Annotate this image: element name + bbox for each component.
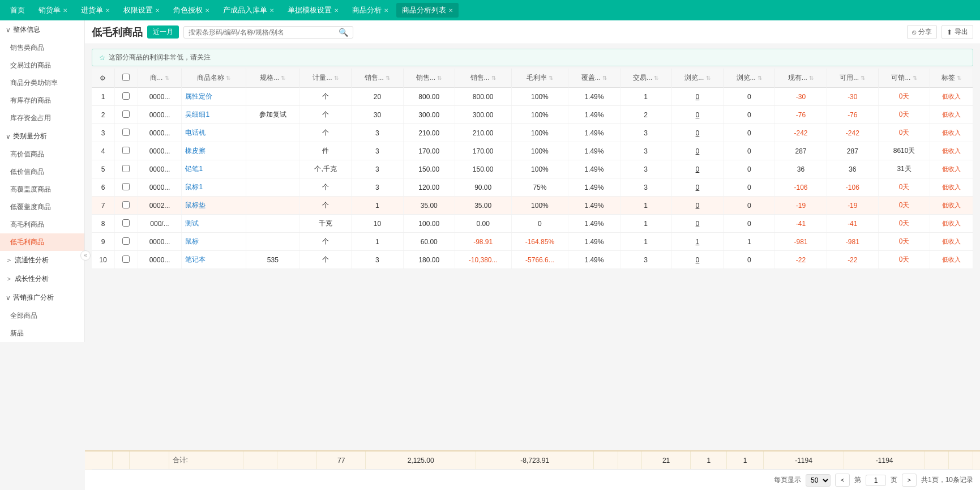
nav-close-product-entry[interactable]: ✕ — [269, 7, 274, 14]
search-icon[interactable]: 🔍 — [339, 28, 348, 37]
nav-close-template[interactable]: ✕ — [334, 7, 339, 14]
row-view1[interactable]: 0 — [671, 160, 723, 178]
row-name[interactable]: 铅笔1 — [182, 160, 246, 178]
row-view1[interactable]: 0 — [671, 142, 723, 160]
sidebar-item-low-value[interactable]: 低价值商品 — [0, 163, 84, 181]
main-layout: ∨ 整体信息 销售类商品 交易过的商品 商品分类助销率 有库存的商品 库存资金占… — [0, 20, 980, 490]
sidebar-group-overview[interactable]: ∨ 整体信息 — [0, 20, 84, 39]
sidebar-item-high-coverage[interactable]: 高覆盖度商品 — [0, 181, 84, 198]
row-name[interactable]: 鼠标1 — [182, 178, 246, 197]
sidebar-group-category[interactable]: ∨ 类别量分析 — [0, 127, 84, 146]
sidebar-item-high-margin[interactable]: 高毛利商品 — [0, 216, 84, 233]
sidebar-item-category-rate[interactable]: 商品分类助销率 — [0, 74, 84, 92]
row-name[interactable]: 吴细细1 — [182, 106, 246, 124]
row-name[interactable]: 属性定价 — [182, 88, 246, 106]
row-select-checkbox[interactable] — [122, 219, 130, 227]
row-checkbox[interactable] — [114, 142, 138, 160]
sidebar-item-low-coverage[interactable]: 低覆盖度商品 — [0, 198, 84, 216]
row-code: 0000... — [138, 124, 182, 142]
nav-close-permission[interactable]: ✕ — [155, 7, 160, 14]
row-sale-qty: 1 — [352, 197, 403, 215]
nav-item-analysis-list[interactable]: 商品分析列表 ✕ — [396, 3, 459, 18]
date-filter-button[interactable]: 近一月 — [147, 25, 179, 39]
row-view1[interactable]: 0 — [671, 197, 723, 215]
row-checkbox[interactable] — [114, 88, 138, 106]
nav-close-role[interactable]: ✕ — [205, 7, 209, 14]
nav-item-role[interactable]: 角色授权 ✕ — [168, 3, 215, 18]
row-name[interactable]: 测试 — [182, 215, 246, 233]
row-view1[interactable]: 0 — [671, 124, 723, 142]
sidebar-item-new-goods[interactable]: 新品 — [0, 325, 84, 342]
row-checkbox[interactable] — [114, 251, 138, 269]
row-select-checkbox[interactable] — [122, 183, 130, 190]
nav-close-analysis-list[interactable]: ✕ — [448, 7, 453, 14]
page-size-select[interactable]: 50 — [806, 474, 831, 487]
row-checkbox[interactable] — [114, 124, 138, 142]
row-view1[interactable]: 0 — [671, 251, 723, 269]
row-checkbox[interactable] — [114, 215, 138, 233]
next-page-button[interactable]: ＞ — [902, 474, 917, 487]
nav-item-permission[interactable]: 权限设置 ✕ — [118, 3, 165, 18]
row-select-checkbox[interactable] — [122, 147, 130, 154]
row-code: 0002... — [138, 197, 182, 215]
nav-item-home[interactable]: 首页 — [5, 3, 31, 18]
row-select-checkbox[interactable] — [122, 255, 130, 263]
row-select-checkbox[interactable] — [122, 129, 130, 136]
sidebar-item-traded-goods[interactable]: 交易过的商品 — [0, 57, 84, 74]
table-row: 5 0000... 铅笔1 个,千克 3 150.00 150.00 100% … — [92, 160, 973, 178]
sidebar-item-low-margin[interactable]: 低毛利商品 — [0, 233, 84, 251]
export-button[interactable]: ⬆ 导出 — [942, 25, 973, 39]
row-sellable: 0天 — [878, 178, 930, 197]
row-unit: 个 — [300, 88, 352, 106]
row-select-checkbox[interactable] — [122, 201, 130, 208]
row-checkbox[interactable] — [114, 233, 138, 251]
share-button[interactable]: ⎋ 分享 — [907, 25, 937, 39]
nav-item-template[interactable]: 单据模板设置 ✕ — [282, 3, 344, 18]
row-trade: 3 — [620, 142, 671, 160]
row-select-checkbox[interactable] — [122, 237, 130, 245]
nav-close-analysis[interactable]: ✕ — [384, 7, 388, 14]
page-input[interactable] — [866, 475, 886, 486]
row-view1[interactable]: 0 — [671, 215, 723, 233]
row-view1[interactable]: 0 — [671, 106, 723, 124]
row-gross-rate: -5766.6... — [511, 251, 568, 269]
row-select-checkbox[interactable] — [122, 165, 130, 172]
th-settings[interactable]: ⚙ — [92, 69, 114, 88]
row-view1[interactable]: 1 — [671, 233, 723, 251]
search-input[interactable] — [189, 28, 339, 36]
sidebar-item-high-value[interactable]: 高价值商品 — [0, 146, 84, 163]
page-label: 第 — [854, 475, 861, 485]
footer-available: -1194 — [844, 451, 925, 470]
select-all-checkbox[interactable] — [122, 74, 130, 81]
row-checkbox[interactable] — [114, 178, 138, 197]
row-select-checkbox[interactable] — [122, 92, 130, 100]
sidebar-group-circulation[interactable]: ＞ 流通性分析 — [0, 251, 84, 270]
row-name[interactable]: 橡皮擦 — [182, 142, 246, 160]
nav-item-product-entry[interactable]: 产成品入库单 ✕ — [217, 3, 280, 18]
row-sale-amount: 90.00 — [455, 178, 511, 197]
row-available: -30 — [827, 88, 878, 106]
nav-item-sales[interactable]: 销货单 ✕ — [33, 3, 73, 18]
sidebar-group-marketing[interactable]: ∨ 营销推广分析 — [0, 288, 84, 307]
nav-close-sales[interactable]: ✕ — [63, 7, 67, 14]
row-name[interactable]: 鼠标垫 — [182, 197, 246, 215]
row-select-checkbox[interactable] — [122, 110, 130, 118]
nav-item-purchase[interactable]: 进货单 ✕ — [75, 3, 115, 18]
prev-page-button[interactable]: ＜ — [835, 474, 850, 487]
sidebar-item-stock-capital[interactable]: 库存资金占用 — [0, 109, 84, 127]
sidebar-collapse-button[interactable]: « — [80, 250, 91, 261]
row-checkbox[interactable] — [114, 160, 138, 178]
sidebar-group-growth[interactable]: ＞ 成长性分析 — [0, 270, 84, 288]
row-name[interactable]: 笔记本 — [182, 251, 246, 269]
nav-item-analysis[interactable]: 商品分析 ✕ — [346, 3, 394, 18]
sidebar-item-stocked-goods[interactable]: 有库存的商品 — [0, 92, 84, 109]
row-view1[interactable]: 0 — [671, 178, 723, 197]
row-name[interactable]: 电话机 — [182, 124, 246, 142]
sidebar-item-sales-goods[interactable]: 销售类商品 — [0, 39, 84, 57]
row-view1[interactable]: 0 — [671, 88, 723, 106]
row-name[interactable]: 鼠标 — [182, 233, 246, 251]
row-checkbox[interactable] — [114, 106, 138, 124]
sidebar-item-all-goods[interactable]: 全部商品 — [0, 307, 84, 325]
row-checkbox[interactable] — [114, 197, 138, 215]
nav-close-purchase[interactable]: ✕ — [105, 7, 110, 14]
